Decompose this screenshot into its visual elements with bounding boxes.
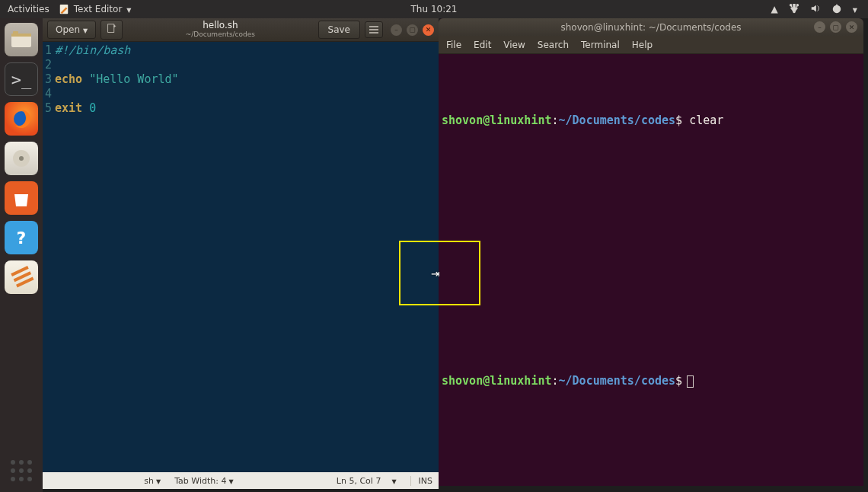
svg-rect-12 — [108, 24, 114, 33]
cursor-position: Ln 5, Col 7 — [337, 476, 381, 486]
svg-rect-8 — [13, 31, 18, 35]
dock-terminal[interactable]: >_ — [5, 62, 38, 96]
gnome-topbar: Activities Text Editor ▼ Thu 10:21 ▲ ▼ — [0, 0, 868, 18]
activities-button[interactable]: Activities — [8, 4, 49, 14]
terminal-titlebar[interactable]: shovon@linuxhint: ~/Documents/codes – ▢ … — [439, 18, 863, 36]
maximize-button[interactable]: ▢ — [830, 21, 841, 33]
terminal-cursor — [687, 375, 694, 388]
dock-software[interactable] — [5, 181, 38, 215]
new-tab-button[interactable] — [101, 20, 123, 40]
chevron-down-icon: ▼ — [853, 7, 857, 14]
power-icon[interactable] — [831, 3, 842, 16]
dock-text-editor[interactable] — [5, 260, 38, 294]
open-button[interactable]: Open▼ — [47, 21, 96, 39]
dock-rhythmbox[interactable] — [5, 142, 38, 175]
text-editor-icon — [59, 4, 69, 14]
hamburger-menu-button[interactable] — [365, 21, 383, 38]
line-ending-selector[interactable]: ▼ — [388, 478, 399, 484]
language-selector[interactable]: sh ▼ — [141, 476, 164, 486]
editor-statusbar: sh ▼ Tab Width: 4 ▼ Ln 5, Col 7 ▼ INS — [43, 472, 439, 489]
close-button[interactable]: ✕ — [846, 21, 857, 33]
disk-icon — [11, 149, 31, 168]
terminal-menubar: File Edit View Search Terminal Help — [439, 36, 863, 54]
minimize-button[interactable]: – — [814, 21, 825, 33]
apps-grid-icon — [11, 460, 32, 481]
firefox-icon — [10, 107, 33, 130]
dock-help[interactable]: ? — [5, 221, 38, 254]
tab-width-selector[interactable]: Tab Width: 4 ▼ — [171, 476, 236, 486]
hamburger-icon — [369, 26, 378, 34]
menu-terminal[interactable]: Terminal — [581, 40, 620, 50]
chevron-down-icon: ▼ — [126, 7, 131, 14]
help-icon: ? — [17, 228, 27, 248]
terminal-line: shovon@linuxhint:~/Documents/codes$ — [442, 374, 860, 388]
menu-edit[interactable]: Edit — [474, 40, 491, 50]
svg-point-11 — [19, 156, 24, 161]
terminal-body[interactable]: shovon@linuxhint:~/Documents/codes$ clea… — [439, 54, 863, 486]
dock-files[interactable] — [5, 23, 38, 56]
terminal-window: shovon@linuxhint: ~/Documents/codes – ▢ … — [439, 18, 863, 486]
ubuntu-dock: >_ ? — [0, 18, 43, 492]
menu-file[interactable]: File — [446, 40, 461, 50]
topbar-app-menu[interactable]: Text Editor ▼ — [59, 4, 132, 14]
show-apps-button[interactable] — [0, 460, 43, 481]
terminal-icon: >_ — [11, 70, 32, 89]
editor-title: hello.sh ~/Documents/codes — [127, 21, 313, 38]
files-icon — [11, 30, 32, 49]
maximize-button[interactable]: ▢ — [407, 24, 418, 36]
chevron-down-icon: ▼ — [83, 27, 88, 34]
save-button[interactable]: Save — [318, 21, 360, 39]
alert-icon[interactable]: ▲ — [771, 4, 778, 14]
topbar-clock[interactable]: Thu 10:21 — [411, 4, 458, 14]
shopping-bag-icon — [11, 188, 31, 208]
minimize-button[interactable]: – — [391, 24, 402, 36]
menu-search[interactable]: Search — [538, 40, 569, 50]
dock-firefox[interactable] — [5, 102, 38, 136]
close-button[interactable]: ✕ — [423, 24, 434, 36]
code-area[interactable]: 1#!/bin/bash 2 3echo "Hello World" 4 5ex… — [43, 42, 439, 472]
new-document-icon — [107, 24, 116, 34]
editor-headerbar: Open▼ hello.sh ~/Documents/codes Save – … — [43, 18, 439, 42]
menu-help[interactable]: Help — [632, 40, 653, 50]
network-icon[interactable] — [789, 3, 799, 16]
terminal-line: shovon@linuxhint:~/Documents/codes$ clea… — [442, 113, 860, 128]
insert-mode-indicator[interactable]: INS — [410, 476, 432, 486]
volume-icon[interactable] — [810, 3, 821, 16]
menu-view[interactable]: View — [503, 40, 525, 50]
text-editor-window: Open▼ hello.sh ~/Documents/codes Save – … — [43, 18, 439, 489]
